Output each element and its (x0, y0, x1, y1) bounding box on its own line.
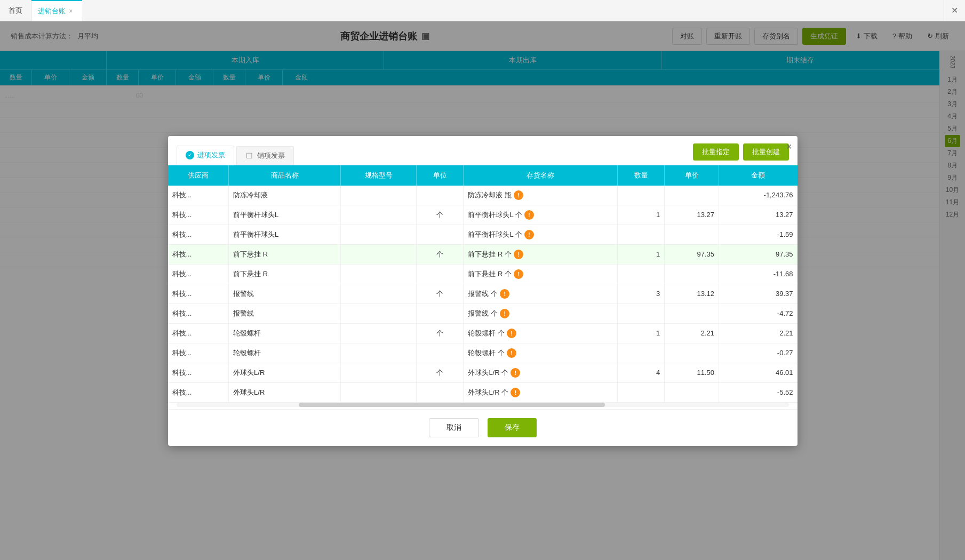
table-cell (617, 343, 664, 363)
table-cell: 科技... (168, 284, 229, 303)
table-cell: 4 (617, 363, 664, 382)
tab-invoice-out[interactable]: ☐ 销项发票 (236, 146, 294, 165)
table-cell: 2.21 (665, 323, 719, 343)
table-row: 科技...前下悬挂 R前下悬挂 R 个!-11.68 (168, 264, 797, 284)
table-cell: 2.21 (719, 323, 797, 343)
table-cell: 11.50 (665, 363, 719, 382)
table-cell: 科技... (168, 363, 229, 382)
modal-table-body: 科技...防冻冷却液防冻冷却液 瓶!-1,243.76科技...前平衡杆球头L个… (168, 186, 797, 403)
warning-icon: ! (514, 250, 523, 259)
table-cell: 前平衡杆球头L (229, 205, 341, 225)
table-cell: 报警线 个! (464, 284, 618, 303)
table-cell: 轮毂螺杆 (229, 323, 341, 343)
table-cell: -1.59 (719, 225, 797, 244)
table-cell: 个 (417, 323, 464, 343)
table-cell (417, 382, 464, 402)
table-cell: 外球头L/R (229, 382, 341, 402)
warning-icon: ! (500, 309, 509, 318)
table-cell: 轮毂螺杆 个! (464, 343, 618, 363)
modal-overlay: ✓ 进项发票 ☐ 销项发票 批量指定 批量创建 × 供应商 (0, 21, 965, 560)
table-cell: 轮毂螺杆 个! (464, 323, 618, 343)
table-cell (417, 264, 464, 284)
modal-table-wrapper[interactable]: 供应商 商品名称 规格型号 单位 存货名称 数量 单价 金额 科技...防冻冷却… (168, 165, 797, 403)
table-cell (665, 343, 719, 363)
table-cell (617, 225, 664, 244)
warning-icon: ! (507, 329, 516, 338)
table-row: 科技...轮毂螺杆个轮毂螺杆 个!12.212.21 (168, 323, 797, 343)
cancel-button[interactable]: 取消 (429, 418, 479, 437)
table-cell: 个 (417, 205, 464, 225)
table-cell (665, 264, 719, 284)
col-unit: 单位 (417, 165, 464, 186)
table-cell: 报警线 (229, 284, 341, 303)
modal-scrollbar[interactable] (177, 403, 789, 407)
table-cell: -5.52 (719, 382, 797, 402)
table-cell: 科技... (168, 205, 229, 225)
batch-assign-button[interactable]: 批量指定 (693, 143, 739, 161)
save-button[interactable]: 保存 (488, 418, 537, 437)
modal-dialog: ✓ 进项发票 ☐ 销项发票 批量指定 批量创建 × 供应商 (168, 136, 797, 446)
tab-invoice-in[interactable]: ✓ 进项发票 (177, 146, 234, 165)
table-cell (617, 186, 664, 205)
table-cell: 个 (417, 363, 464, 382)
modal-close-button[interactable]: × (786, 141, 792, 153)
modal-scrollbar-thumb (299, 403, 605, 407)
tab-home[interactable]: 首页 (0, 0, 31, 21)
table-cell: 防冻冷却液 瓶! (464, 186, 618, 205)
table-header-row: 供应商 商品名称 规格型号 单位 存货名称 数量 单价 金额 (168, 165, 797, 186)
warning-icon: ! (500, 289, 509, 299)
table-cell: -4.72 (719, 303, 797, 323)
table-cell (617, 264, 664, 284)
tab-invoice-in-label: 进项发票 (197, 150, 225, 160)
table-cell: 外球头L/R (229, 363, 341, 382)
warning-icon: ! (511, 368, 520, 378)
col-spec: 规格型号 (341, 165, 417, 186)
table-cell: 个 (417, 284, 464, 303)
warning-icon: ! (507, 348, 516, 358)
window-close-button[interactable]: ✕ (944, 0, 965, 21)
table-cell: 3 (617, 284, 664, 303)
table-cell: 轮毂螺杆 (229, 343, 341, 363)
main-content: 销售成本计算方法： 月平均 商贸企业进销台账 ▣ 对账 重新开账 存货别名 生成… (0, 21, 965, 560)
table-cell (617, 303, 664, 323)
table-cell: 前下悬挂 R (229, 244, 341, 264)
table-cell (341, 284, 417, 303)
warning-icon: ! (514, 269, 523, 279)
col-supplier: 供应商 (168, 165, 229, 186)
table-cell: 1 (617, 205, 664, 225)
table-cell: 13.27 (665, 205, 719, 225)
modal-header: ✓ 进项发票 ☐ 销项发票 批量指定 批量创建 (168, 136, 797, 165)
invoice-in-icon: ✓ (186, 151, 194, 159)
table-cell: 个 (417, 244, 464, 264)
warning-icon: ! (511, 388, 520, 397)
table-cell: -0.27 (719, 343, 797, 363)
table-cell: 科技... (168, 382, 229, 402)
table-cell: 39.37 (719, 284, 797, 303)
table-cell: 1 (617, 323, 664, 343)
table-cell (417, 343, 464, 363)
invoice-out-icon: ☐ (245, 151, 254, 160)
table-cell: 科技... (168, 323, 229, 343)
col-inventory-name: 存货名称 (464, 165, 618, 186)
table-row: 科技...前平衡杆球头L前平衡杆球头L 个!-1.59 (168, 225, 797, 244)
table-row: 科技...报警线个报警线 个!313.1239.37 (168, 284, 797, 303)
table-cell (341, 343, 417, 363)
table-cell: 前下悬挂 R (229, 264, 341, 284)
batch-create-button[interactable]: 批量创建 (743, 143, 789, 161)
table-row: 科技...前平衡杆球头L个前平衡杆球头L 个!113.2713.27 (168, 205, 797, 225)
table-cell (665, 303, 719, 323)
top-bar: 首页 进销台账 × ✕ (0, 0, 965, 21)
table-cell: 97.35 (719, 244, 797, 264)
table-cell: 科技... (168, 264, 229, 284)
table-cell (341, 323, 417, 343)
table-cell: 外球头L/R 个! (464, 363, 618, 382)
table-cell (341, 363, 417, 382)
tab-active[interactable]: 进销台账 × (31, 0, 82, 21)
table-cell: -1,243.76 (719, 186, 797, 205)
table-cell: 前下悬挂 R 个! (464, 264, 618, 284)
table-row: 科技...轮毂螺杆轮毂螺杆 个!-0.27 (168, 343, 797, 363)
table-cell: 科技... (168, 244, 229, 264)
table-row: 科技...外球头L/R个外球头L/R 个!411.5046.01 (168, 363, 797, 382)
table-cell (665, 382, 719, 402)
tab-close-icon[interactable]: × (69, 7, 73, 15)
